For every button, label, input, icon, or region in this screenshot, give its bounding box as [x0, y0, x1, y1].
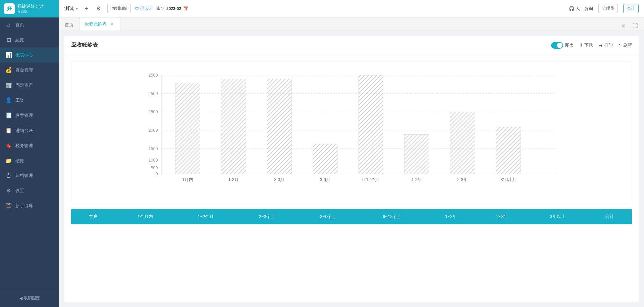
- bar-1-month: [175, 83, 200, 174]
- topbar-settings-button[interactable]: ⚙: [94, 4, 103, 13]
- sidebar-item-general-ledger[interactable]: ⊟ 总账: [0, 32, 59, 47]
- tab-close-ar-aging[interactable]: ✕: [109, 21, 115, 27]
- svg-text:1500: 1500: [148, 146, 158, 151]
- expand-button[interactable]: ⛶: [631, 21, 640, 31]
- sidebar-item-closing[interactable]: 📁 结账: [0, 153, 59, 168]
- consult-button[interactable]: 🎧 人工咨询: [569, 6, 593, 12]
- sidebar-icon-archive-management: 🗄: [5, 173, 12, 179]
- sidebar-item-invoice-management[interactable]: 🧾 发票管理: [0, 108, 59, 123]
- sidebar-item-home[interactable]: ⌂ 首页: [0, 17, 59, 32]
- col-header-5: 6~12个月: [359, 209, 425, 224]
- close-tab-button[interactable]: ✕: [619, 21, 628, 31]
- sidebar-item-settings[interactable]: ⚙ 设置: [0, 183, 59, 198]
- topbar-actions: + ⚙: [82, 4, 103, 13]
- bar-1-2-year: [405, 134, 429, 174]
- tab-label-ar-aging: 应收账龄表: [85, 21, 107, 27]
- calendar-icon[interactable]: 📅: [183, 6, 188, 11]
- sidebar-label-purchase-sales: 进销台账: [15, 128, 33, 134]
- col-header-1: 1个月内: [115, 209, 175, 224]
- page-header-right: 图表 ⬇ 下载 🖨 打印 ↻ 刷新: [551, 42, 632, 49]
- workspace-selector[interactable]: 测试 ▾: [64, 6, 78, 12]
- col-header-8: 3年以上: [528, 209, 588, 224]
- download-icon: ⬇: [579, 43, 583, 48]
- svg-text:2500: 2500: [148, 91, 158, 96]
- print-button[interactable]: 🖨 打印: [598, 42, 613, 48]
- tab-ar-aging[interactable]: 应收账龄表✕: [79, 17, 120, 31]
- col-header-4: 3~6个月: [298, 209, 359, 224]
- sidebar-label-report-center: 报表中心: [15, 52, 33, 58]
- sidebar-label-payroll: 工资: [15, 97, 24, 103]
- sidebar-item-purchase-sales[interactable]: 📋 进销台账: [0, 123, 59, 138]
- table-area: 客户1个月内1~2个月2~3个月3~6个月6~12个月1~2年2~3年3年以上合…: [64, 209, 639, 231]
- page-container: 应收账龄表 图表 ⬇ 下载 🖨 打印 ↻: [64, 36, 639, 302]
- workspace-chevron-icon: ▾: [76, 6, 78, 11]
- cancel-fixed-label: 取消固定: [24, 295, 40, 301]
- sidebar-item-tax-management[interactable]: 🔖 税务管理: [0, 138, 59, 153]
- sidebar-item-report-center[interactable]: 📊 报表中心: [0, 47, 59, 62]
- svg-text:2-3年: 2-3年: [457, 177, 468, 182]
- sidebar-item-fixed-assets[interactable]: 🏢 固定资产: [0, 78, 59, 93]
- cancel-fixed-icon: ◀: [19, 296, 22, 301]
- add-button[interactable]: +: [82, 4, 91, 13]
- tab-label-home: 首页: [65, 22, 73, 28]
- sidebar-icon-report-center: 📊: [5, 52, 12, 58]
- sidebar-label-closing: 结账: [15, 158, 24, 164]
- logo-text-group: 畅捷通好会计 专业版: [17, 4, 44, 14]
- svg-text:1000: 1000: [148, 158, 158, 163]
- col-header-2: 1~2个月: [175, 209, 236, 224]
- cancel-fixed-button[interactable]: ◀ 取消固定: [0, 293, 59, 304]
- bar-2-3-month: [267, 79, 292, 174]
- sidebar-icon-home: ⌂: [5, 22, 12, 28]
- chart-toggle-label: 图表: [565, 42, 574, 48]
- chart-container: 2500 2500 2500 2000 1500 1000 500 0: [71, 61, 632, 202]
- chart-area: 2500 2500 2500 2000 1500 1000 500 0: [64, 54, 639, 209]
- bar-6-12-month: [359, 75, 383, 174]
- tabbar: 首页应收账龄表✕ ✕ ⛶: [59, 17, 644, 31]
- sidebar-icon-fund-management: 💰: [5, 67, 12, 73]
- sidebar-icon-settings: ⚙: [5, 187, 12, 194]
- ar-aging-table: 客户1个月内1~2个月2~3个月3~6个月6~12个月1~2年2~3年3年以上合…: [71, 209, 632, 224]
- topbar: 测试 ▾ + ⚙ 切到旧版 🛡 已认证 账期 2023-02 📅 🎧 人工咨询: [59, 0, 644, 17]
- accountant-button[interactable]: 会计: [623, 4, 639, 13]
- svg-text:2000: 2000: [148, 128, 158, 133]
- sidebar-label-invoice-management: 发票管理: [15, 113, 33, 119]
- sidebar-label-tax-management: 税务管理: [15, 143, 33, 149]
- sidebar-icon-closing: 📁: [5, 158, 12, 164]
- refresh-icon: ↻: [618, 43, 622, 48]
- gear-icon: ⚙: [96, 5, 101, 12]
- sidebar-label-home: 首页: [15, 22, 24, 28]
- tabbar-right: ✕ ⛶: [614, 21, 644, 31]
- sidebar-logo: 好 畅捷通好会计 专业版: [0, 0, 59, 17]
- sidebar-label-fixed-assets: 固定资产: [15, 82, 33, 88]
- sidebar-item-archive-management[interactable]: 🗄 归档管理: [0, 168, 59, 183]
- bar-3-6-month: [313, 144, 338, 174]
- cert-status: 🛡 已认证: [135, 6, 152, 11]
- sidebar-item-beginner-guide[interactable]: 🎬 新手引导: [0, 198, 59, 213]
- download-button[interactable]: ⬇ 下载: [579, 42, 593, 48]
- sidebar-label-archive-management: 归档管理: [15, 173, 33, 179]
- refresh-button[interactable]: ↻ 刷新: [618, 42, 632, 48]
- chart-toggle[interactable]: [551, 42, 563, 49]
- tab-home[interactable]: 首页: [59, 18, 79, 31]
- svg-text:2-3月: 2-3月: [274, 177, 284, 182]
- admin-button[interactable]: 管理员: [598, 4, 618, 13]
- switch-version-button[interactable]: 切到旧版: [107, 4, 131, 13]
- sidebar-item-payroll[interactable]: 👤 工资: [0, 93, 59, 108]
- svg-text:1-2月: 1-2月: [228, 177, 239, 182]
- sidebar-item-fund-management[interactable]: 💰 资金管理: [0, 62, 59, 78]
- bar-chart: 2500 2500 2500 2000 1500 1000 500 0: [78, 68, 625, 195]
- col-header-7: 2~3年: [477, 209, 528, 224]
- svg-text:2500: 2500: [148, 73, 158, 78]
- svg-text:2500: 2500: [148, 109, 158, 114]
- table-header: 客户1个月内1~2个月2~3个月3~6个月6~12个月1~2年2~3年3年以上合…: [71, 209, 632, 224]
- topbar-right: 🎧 人工咨询 管理员 会计: [569, 4, 639, 13]
- svg-text:1月内: 1月内: [182, 177, 193, 182]
- app-edition: 专业版: [17, 9, 44, 14]
- col-header-9: 合计: [588, 209, 632, 224]
- sidebar-icon-invoice-management: 🧾: [5, 112, 12, 119]
- sidebar-icon-fixed-assets: 🏢: [5, 82, 12, 88]
- svg-text:3-6月: 3-6月: [320, 177, 330, 182]
- col-header-3: 2~3个月: [236, 209, 298, 224]
- bar-1-2-month: [221, 79, 246, 174]
- svg-text:1-2年: 1-2年: [412, 177, 422, 182]
